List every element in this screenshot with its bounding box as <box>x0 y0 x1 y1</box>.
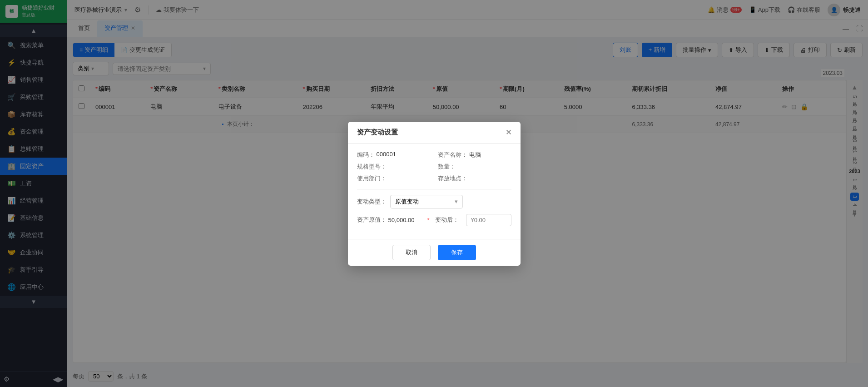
modal-overlay: 资产变动设置 ✕ 编码： 000001 资产名称： 电脑 规格型号： 数 <box>0 0 868 387</box>
modal-department-label: 使用部门： <box>357 174 387 183</box>
modal-footer: 取消 保存 <box>348 239 521 266</box>
modal-change-type-chevron-icon: ▾ <box>455 198 458 205</box>
modal-cancel-btn[interactable]: 取消 <box>392 245 431 260</box>
modal-change-type-label: 变动类型： <box>357 198 387 206</box>
asset-change-modal: 资产变动设置 ✕ 编码： 000001 资产名称： 电脑 规格型号： 数 <box>348 122 521 266</box>
modal-change-type-value: 原值变动 <box>395 198 419 206</box>
modal-name-label: 资产名称： <box>438 151 467 159</box>
modal-spec-label: 规格型号： <box>357 163 387 171</box>
modal-original-value-label: 资产原值： <box>357 216 385 224</box>
modal-after-input[interactable] <box>466 214 511 226</box>
modal-divider <box>357 189 511 189</box>
modal-info-grid: 编码： 000001 资产名称： 电脑 规格型号： 数量： 使用部门： <box>357 151 511 183</box>
modal-location-item: 存放地点： <box>438 174 511 183</box>
modal-code-value: 000001 <box>377 151 396 159</box>
modal-spec-item: 规格型号： <box>357 163 431 171</box>
modal-name-value: 电脑 <box>469 151 481 159</box>
modal-code-label: 编码： <box>357 151 375 159</box>
modal-change-type-select[interactable]: 原值变动 ▾ <box>390 195 463 208</box>
modal-quantity-item: 数量： <box>438 163 511 171</box>
modal-code-item: 编码： 000001 <box>357 151 431 159</box>
modal-values-field: 资产原值： 50,000.00 * 变动后： <box>357 214 511 226</box>
modal-after-static-label: 变动后： <box>435 216 462 224</box>
modal-header: 资产变动设置 ✕ <box>348 122 521 144</box>
modal-body: 编码： 000001 资产名称： 电脑 规格型号： 数量： 使用部门： <box>348 144 521 239</box>
modal-department-item: 使用部门： <box>357 174 431 183</box>
modal-save-btn[interactable]: 保存 <box>438 245 476 260</box>
modal-original-value: 50,000.00 <box>388 217 415 223</box>
modal-location-label: 存放地点： <box>438 174 467 183</box>
modal-change-type-field: 变动类型： 原值变动 ▾ <box>357 195 511 208</box>
modal-after-label: * <box>427 217 429 223</box>
modal-name-item: 资产名称： 电脑 <box>438 151 511 159</box>
modal-title: 资产变动设置 <box>357 128 398 137</box>
modal-close-icon[interactable]: ✕ <box>506 128 511 137</box>
modal-quantity-label: 数量： <box>438 163 456 171</box>
